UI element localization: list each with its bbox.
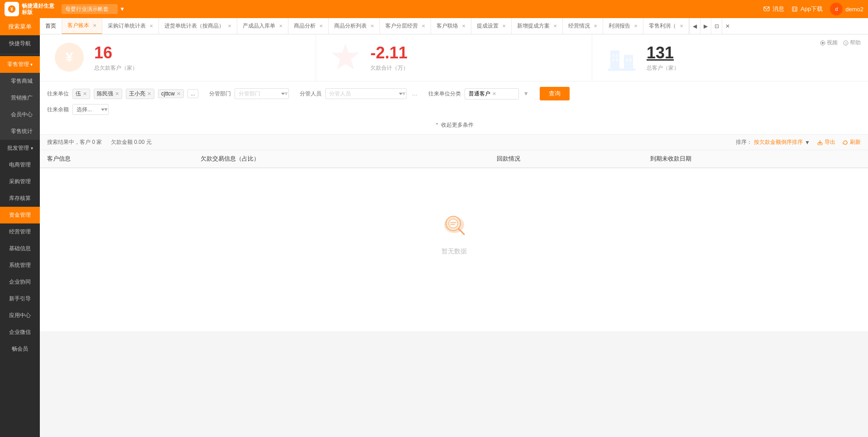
sort-dropdown[interactable]: 排序： 按欠款金额倒序排序 ▼ (736, 138, 810, 146)
svg-rect-15 (616, 54, 618, 57)
sidebar-item-retail-mall[interactable]: 零售商城 (0, 73, 40, 90)
tab-customer-contact[interactable]: 客户联络 ✕ (431, 18, 471, 34)
svg-rect-4 (793, 8, 794, 9)
refresh-btn[interactable]: 刷新 (843, 138, 861, 146)
svg-rect-5 (795, 8, 796, 9)
balance-filter-label: 往来余额 (47, 106, 69, 114)
col-due-date: 到期未收款日期 (643, 150, 868, 168)
tab-close-product-analysis[interactable]: ✕ (319, 24, 323, 28)
tab-close-new-promote[interactable]: ✕ (553, 24, 557, 28)
sidebar-item-new-guide[interactable]: 新手引导 (0, 290, 40, 307)
svg-text:¥: ¥ (10, 7, 13, 12)
sidebar-item-corp-wechat[interactable]: 企业微信 (0, 324, 40, 341)
sidebar-item-purchase-mgmt[interactable]: 采购管理 (0, 173, 40, 190)
tab-product-analysis-list[interactable]: 商品分析列表 ✕ (329, 18, 380, 34)
sidebar-item-corp-collab[interactable]: 企业协同 (0, 274, 40, 290)
sidebar-item-vip-member[interactable]: 畅会员 (0, 341, 40, 357)
sidebar-item-retail-stats[interactable]: 零售统计 (0, 123, 40, 140)
sidebar-item-retail-mgmt[interactable]: 零售管理 ▾ (0, 56, 40, 73)
filter-tag-chen[interactable]: 陈民强 ✕ (94, 89, 122, 99)
tab-product-analysis[interactable]: 商品分析 ✕ (288, 18, 329, 34)
query-btn[interactable]: 查询 (540, 87, 570, 100)
tab-close-profit-report[interactable]: ✕ (634, 24, 638, 28)
unit-class-tag-remove[interactable]: ✕ (492, 91, 496, 97)
stat-bg-money-icon: ¥ (53, 41, 85, 74)
person-more-btn[interactable]: … (412, 90, 417, 97)
user-avatar-area[interactable]: d demo2 (830, 3, 863, 15)
tab-close-biz-situation[interactable]: ✕ (594, 24, 597, 28)
tab-close-purchase-order[interactable]: ✕ (149, 24, 153, 28)
tab-customer-ledger[interactable]: 客户账本 ✕ (62, 18, 102, 34)
sidebar-quick-nav[interactable]: 快捷导航 (0, 35, 40, 52)
person-selector[interactable]: 分管人员 (325, 88, 407, 99)
dept-filter-label: 分管部门 (209, 90, 231, 98)
tab-close-all[interactable]: ✕ (722, 18, 733, 34)
svg-rect-19 (629, 58, 632, 61)
app-download-btn[interactable]: App下载 (791, 5, 823, 13)
sidebar-item-ops-mgmt[interactable]: 经营管理 (0, 223, 40, 240)
sidebar-item-sys-mgmt[interactable]: 系统管理 (0, 257, 40, 274)
svg-rect-7 (795, 10, 796, 10)
filter-more-btn[interactable]: ... (187, 89, 198, 98)
tenant-selector[interactable]: 母婴行业演示帐套 (62, 4, 118, 14)
sidebar-item-capital-mgmt[interactable]: 资金管理 (0, 207, 40, 223)
sidebar-item-inventory[interactable]: 库存核算 (0, 190, 40, 207)
tab-expand[interactable]: ⊡ (711, 18, 722, 34)
tab-home[interactable]: 首页 (40, 18, 62, 34)
user-avatar: d (830, 3, 843, 15)
tab-close-customer-tier[interactable]: ✕ (422, 24, 425, 28)
unit-class-filter[interactable]: 普通客户 ✕ (465, 88, 519, 100)
balance-selector[interactable]: 选择... (72, 104, 109, 115)
unit-class-dropdown[interactable]: ▼ (523, 90, 529, 97)
sidebar-item-ecom-mgmt[interactable]: 电商管理 (0, 157, 40, 173)
remove-tag-chen[interactable]: ✕ (115, 91, 119, 97)
main-content: ¥ 16 总欠款客户（家） -2.11 (40, 34, 868, 437)
tab-close-promote-settings[interactable]: ✕ (502, 24, 506, 28)
tab-close-product-analysis-list[interactable]: ✕ (370, 24, 374, 28)
col-debt-info: 欠款交易信息（占比） (193, 150, 489, 168)
tab-close-product-inbound[interactable]: ✕ (279, 24, 283, 28)
tab-close-retail-profit[interactable]: ✕ (680, 24, 683, 28)
sidebar-search[interactable]: 搜索菜单 (0, 18, 40, 35)
sidebar-item-batch-mgmt[interactable]: 批发管理 ▾ (0, 140, 40, 157)
filter-tag-cjttcw[interactable]: cjttcw ✕ (158, 89, 184, 98)
stat-total-customers: ¥ 16 总欠款客户（家） (40, 34, 316, 81)
tab-scroll-left[interactable]: ◀ (689, 18, 700, 34)
filter-tag-wang[interactable]: 王小亮 ✕ (126, 89, 154, 99)
sidebar-item-app-center[interactable]: 应用中心 (0, 307, 40, 324)
tab-inbound-stats[interactable]: 进货单统计表（按商品） ✕ (159, 18, 237, 34)
svg-rect-14 (612, 54, 614, 57)
message-btn[interactable]: 消息 (763, 5, 784, 13)
help-action[interactable]: ? 帮助 (843, 39, 861, 47)
collapse-filter-btn[interactable]: ⌃ 收起更多条件 (47, 119, 861, 129)
tab-retail-profit[interactable]: 零售利润（ ✕ (643, 18, 689, 34)
tab-close-customer-ledger[interactable]: ✕ (93, 23, 96, 28)
tab-close-inbound-stats[interactable]: ✕ (228, 24, 231, 28)
tab-profit-report[interactable]: 利润报告 ✕ (603, 18, 643, 34)
top-bar: ¥ 畅捷通好生意 标版 母婴行业演示帐套 ▼ 消息 (0, 0, 868, 18)
tab-new-promote[interactable]: 新增提成方案 ✕ (512, 18, 563, 34)
sidebar-item-basic-info[interactable]: 基础信息 (0, 240, 40, 257)
tab-purchase-order[interactable]: 采购订单统计表 ✕ (102, 18, 159, 34)
tab-close-customer-contact[interactable]: ✕ (462, 24, 465, 28)
tab-customer-tier[interactable]: 客户分层经营 ✕ (380, 18, 431, 34)
filter-area: 往来单位 伍 ✕ 陈民强 ✕ 王小亮 ✕ (40, 81, 868, 135)
empty-icon (436, 204, 472, 242)
col-repayment: 回款情况 (489, 150, 643, 168)
dept-selector[interactable]: 分管部门 (235, 88, 289, 99)
tab-product-inbound[interactable]: 产成品入库单 ✕ (237, 18, 288, 34)
export-btn[interactable]: 导出 (817, 138, 835, 146)
sidebar-item-member-center[interactable]: 会员中心 (0, 106, 40, 123)
svg-rect-6 (793, 10, 794, 10)
tab-biz-situation[interactable]: 经营情况 ✕ (563, 18, 603, 34)
remove-tag-cjttcw[interactable]: ✕ (177, 91, 181, 97)
logo-icon: ¥ (5, 2, 19, 16)
video-action[interactable]: 视频 (820, 39, 838, 47)
svg-text:¥: ¥ (66, 49, 73, 64)
remove-tag-wang[interactable]: ✕ (147, 91, 151, 97)
remove-tag-wu[interactable]: ✕ (83, 91, 87, 97)
tab-scroll-right[interactable]: ▶ (700, 18, 711, 34)
sidebar-item-marketing[interactable]: 营销推广 (0, 90, 40, 106)
filter-tag-wu[interactable]: 伍 ✕ (72, 89, 90, 99)
tab-promote-settings[interactable]: 提成设置 ✕ (471, 18, 512, 34)
